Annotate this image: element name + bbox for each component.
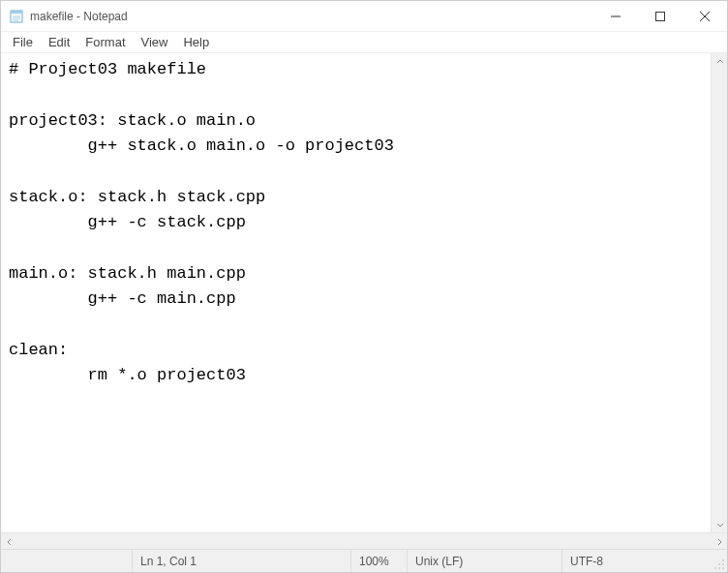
resize-grip-icon[interactable] <box>713 558 725 570</box>
menu-format[interactable]: Format <box>77 33 133 51</box>
status-line-ending: Unix (LF) <box>408 550 562 572</box>
vertical-scrollbar[interactable] <box>711 53 727 532</box>
close-button[interactable] <box>682 1 727 31</box>
svg-point-14 <box>722 567 724 569</box>
window-title: makefile - Notepad <box>30 10 128 23</box>
menu-file[interactable]: File <box>5 33 41 51</box>
scroll-down-icon[interactable] <box>712 516 727 532</box>
maximize-button[interactable] <box>638 1 682 31</box>
svg-rect-6 <box>656 12 665 20</box>
statusbar: Ln 1, Col 1 100% Unix (LF) UTF-8 <box>1 549 727 572</box>
scroll-right-icon[interactable] <box>711 533 727 549</box>
svg-point-12 <box>714 567 716 569</box>
minimize-button[interactable] <box>593 1 638 31</box>
notepad-icon <box>9 9 24 24</box>
text-editor[interactable]: # Project03 makefile project03: stack.o … <box>1 53 727 532</box>
titlebar: makefile - Notepad <box>1 1 727 32</box>
svg-point-13 <box>718 567 720 569</box>
svg-rect-1 <box>11 11 22 14</box>
svg-point-10 <box>718 563 720 565</box>
scroll-left-icon[interactable] <box>1 533 17 549</box>
menu-edit[interactable]: Edit <box>41 33 77 51</box>
svg-point-11 <box>722 563 724 565</box>
status-spacer <box>1 550 133 572</box>
menubar: File Edit Format View Help <box>1 32 727 53</box>
scroll-up-icon[interactable] <box>712 53 727 70</box>
menu-view[interactable]: View <box>134 33 176 51</box>
editor-area: # Project03 makefile project03: stack.o … <box>1 53 727 549</box>
window-controls <box>593 1 727 31</box>
status-position: Ln 1, Col 1 <box>133 550 351 572</box>
status-encoding: UTF-8 <box>562 550 727 572</box>
svg-point-9 <box>722 559 724 561</box>
horizontal-scrollbar[interactable] <box>1 532 727 549</box>
menu-help[interactable]: Help <box>175 33 217 51</box>
status-zoom: 100% <box>351 550 408 572</box>
